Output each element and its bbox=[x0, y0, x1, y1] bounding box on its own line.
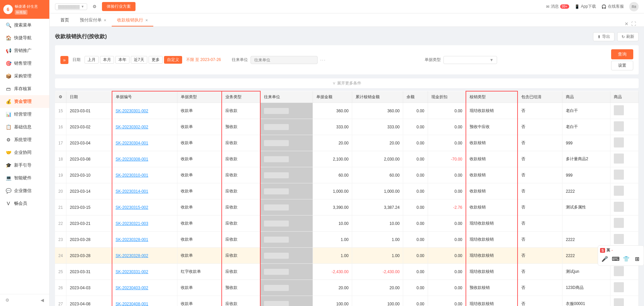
tab-pre-payment-close[interactable]: ✕ bbox=[104, 18, 106, 22]
sidebar-item-quick-nav[interactable]: 🏠 快捷导航 bbox=[0, 32, 49, 44]
sidebar: 6 畅捷通·好生意 标推版 🔍 搜索菜单 🏠 快捷导航 📢 营销推广 🎯 销售管… bbox=[0, 0, 50, 306]
row-cumulative: 100.00 bbox=[352, 296, 403, 306]
row-amount: 1.00 bbox=[313, 248, 352, 264]
date-btn-custom[interactable]: 自定义 bbox=[164, 56, 182, 64]
sidebar-item-system[interactable]: ⚙ 系统管理 bbox=[0, 133, 49, 146]
message-icon: ✉ bbox=[546, 4, 549, 9]
row-unit: ████ bbox=[260, 248, 313, 264]
row-cumulative: 1.00 bbox=[352, 232, 403, 248]
row-biz-type: 应收款 bbox=[222, 216, 260, 232]
export-button[interactable]: ⬆ 导出 bbox=[593, 32, 614, 41]
tab-expand[interactable]: ⛶ bbox=[631, 21, 636, 26]
row-bill-no: SK-20230331-002 bbox=[112, 264, 177, 280]
sidebar-item-purchase[interactable]: 📦 采购管理 bbox=[0, 70, 49, 82]
bill-type-select[interactable]: ▼ bbox=[443, 56, 497, 64]
row-no: 20 bbox=[55, 183, 66, 199]
row-product-img bbox=[610, 280, 639, 296]
row-amount: 20.00 bbox=[313, 280, 352, 296]
industry-solution-button[interactable]: 体验行业方案 bbox=[102, 2, 136, 11]
date-btn-this-year[interactable]: 本年 bbox=[115, 56, 129, 64]
phone-icon: 📱 bbox=[575, 4, 580, 9]
page-title: 收款核销执行(按收款) bbox=[55, 33, 107, 40]
date-btn-this-month[interactable]: 本月 bbox=[100, 56, 114, 64]
sidebar-item-enterprise[interactable]: 🤝 企业协同 bbox=[0, 146, 49, 159]
tab-pre-payment[interactable]: 预付应付单 ✕ bbox=[74, 14, 112, 26]
sidebar-item-marketing[interactable]: 📢 营销推广 bbox=[0, 44, 49, 57]
tab-receivable-exec-close[interactable]: ✕ bbox=[145, 18, 148, 22]
row-product-img bbox=[610, 183, 639, 199]
message-button[interactable]: ✉ 消息 99+ bbox=[546, 4, 569, 9]
row-verify-type: 收款核销 bbox=[466, 167, 518, 183]
th-unit: 往来单位 bbox=[260, 91, 313, 103]
sidebar-item-finance[interactable]: 💰 资金管理 bbox=[0, 95, 49, 108]
row-product-img bbox=[610, 199, 639, 216]
row-bill-type: 收款单 bbox=[177, 151, 222, 167]
row-bill-no: SK-20230328-001 bbox=[112, 232, 177, 248]
row-include-settled: 否 bbox=[518, 248, 562, 264]
row-product-img bbox=[610, 264, 639, 280]
user-avatar[interactable]: Rit bbox=[629, 2, 639, 11]
chevron-down-icon: ▼ bbox=[489, 58, 493, 62]
expand-conditions-button[interactable]: ∨ 展开更多条件 bbox=[55, 78, 639, 88]
topbar-select[interactable]: ▓▓▓▓▓▓▓▓ ▼ bbox=[55, 3, 87, 10]
row-cumulative: 2,030.00 bbox=[352, 151, 403, 167]
keyboard-icon[interactable]: ⌨ bbox=[611, 254, 620, 263]
row-bill-no: SK-20230321-003 bbox=[112, 216, 177, 232]
tab-receivable-exec[interactable]: 收款核销执行 ✕ bbox=[112, 14, 153, 26]
row-cumulative: 1.00 bbox=[352, 248, 403, 264]
date-btn-more[interactable]: 更多 bbox=[149, 56, 163, 64]
row-include-settled: 否 bbox=[518, 151, 562, 167]
sidebar-item-search[interactable]: 🔍 搜索菜单 bbox=[0, 19, 49, 32]
row-bill-no: SK-20230302-002 bbox=[112, 119, 177, 135]
sidebar-item-inventory[interactable]: 🗃 库存核算 bbox=[0, 82, 49, 95]
row-amount: 1,000.00 bbox=[313, 183, 352, 199]
row-balance: 0.00 bbox=[403, 199, 428, 216]
wechat-icon: 💬 bbox=[5, 188, 11, 194]
sidebar-item-guide[interactable]: 🎓 新手引导 bbox=[0, 159, 49, 172]
tab-close-all[interactable]: ✕ bbox=[625, 21, 629, 26]
row-bill-no: SK-20230314-001 bbox=[112, 183, 177, 199]
app-download-button[interactable]: 📱 App下载 bbox=[575, 4, 596, 9]
mic-icon[interactable]: 🎤 bbox=[600, 254, 609, 263]
row-date: 2023-03-21 bbox=[66, 216, 112, 232]
table-row: 23 2023-03-28 SK-20230328-001 收款单 应收款 ██… bbox=[55, 232, 639, 248]
tab-home[interactable]: 首页 bbox=[55, 14, 74, 26]
refresh-button[interactable]: ↻ 刷新 bbox=[617, 32, 639, 41]
query-button[interactable]: 查询 bbox=[611, 49, 633, 59]
row-biz-type: 应收款 bbox=[222, 183, 260, 199]
setting-button[interactable]: 设置 bbox=[611, 61, 633, 70]
date-btn-7days[interactable]: 近7天 bbox=[131, 56, 147, 64]
collapse-icon[interactable]: ◀ bbox=[41, 298, 44, 303]
online-service-button[interactable]: 🎧 在线客服 bbox=[601, 4, 624, 9]
apps-icon[interactable]: ⊞ bbox=[632, 254, 642, 263]
settings-icon[interactable]: ⚙ bbox=[5, 298, 9, 303]
sidebar-item-hardware[interactable]: 💻 智能硬件 bbox=[0, 172, 49, 184]
row-include-settled: 否 bbox=[518, 199, 562, 216]
tshirt-icon[interactable]: 👕 bbox=[622, 254, 631, 263]
sidebar-item-wechat[interactable]: 💬 企业微信 bbox=[0, 184, 49, 197]
row-cash-discount: 0.00 bbox=[428, 264, 466, 280]
row-bill-type: 红字收款单 bbox=[177, 264, 222, 280]
th-cash-discount: 现金折扣 bbox=[428, 91, 466, 103]
tab-bar: 首页 预付应付单 ✕ 收款核销执行 ✕ ✕ ⛶ bbox=[50, 13, 644, 27]
row-no: 17 bbox=[55, 135, 66, 151]
row-unit: ████ bbox=[260, 183, 313, 199]
th-gear[interactable]: ⚙ bbox=[55, 91, 66, 103]
row-biz-type: 应收款 bbox=[222, 167, 260, 183]
filter-expand-button[interactable]: » bbox=[60, 56, 68, 64]
sidebar-item-basic[interactable]: 📋 基础信息 bbox=[0, 121, 49, 133]
page-content: 收款核销执行(按收款) ⬆ 导出 ↻ 刷新 » 日期 上月 本月 本年 近7天 bbox=[50, 27, 644, 306]
row-cash-discount: 0.00 bbox=[428, 167, 466, 183]
home-icon: 🏠 bbox=[5, 35, 11, 41]
row-bill-no: SK-20230304-001 bbox=[112, 135, 177, 151]
date-btn-last-month[interactable]: 上月 bbox=[85, 56, 99, 64]
sidebar-item-member[interactable]: V 畅会员 bbox=[0, 197, 49, 210]
gear-button[interactable]: ⚙ bbox=[90, 2, 99, 11]
row-bill-type: 收款单 bbox=[177, 280, 222, 296]
row-date: 2023-04-08 bbox=[66, 296, 112, 306]
row-bill-type: 收款单 bbox=[177, 248, 222, 264]
sidebar-item-operation[interactable]: 📊 经营管理 bbox=[0, 108, 49, 121]
unit-input[interactable] bbox=[251, 56, 318, 64]
table-row: 20 2023-03-14 SK-20230314-001 收款单 应收款 ██… bbox=[55, 183, 639, 199]
sidebar-item-sales[interactable]: 🎯 销售管理 bbox=[0, 57, 49, 70]
